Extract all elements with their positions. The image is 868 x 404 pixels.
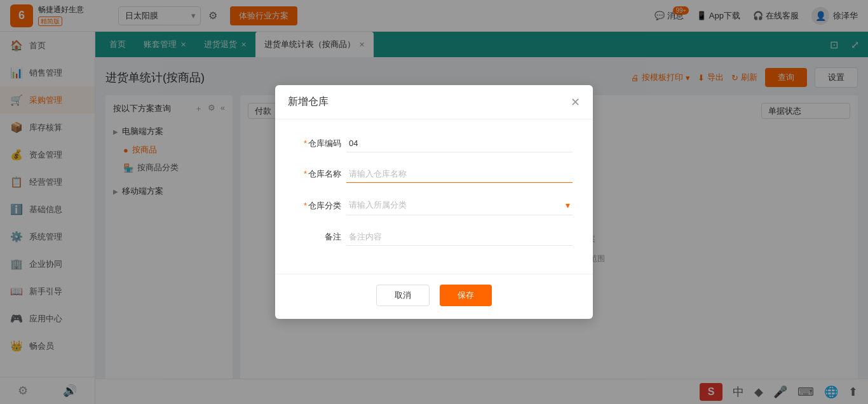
remark-input[interactable] [346, 228, 573, 246]
form-row-category: *仓库分类 请输入所属分类 ▾ [295, 196, 573, 215]
category-label: *仓库分类 [295, 200, 346, 212]
dialog-new-warehouse: 新增仓库 ✕ *仓库编码 *仓库名称 *仓库分类 [275, 85, 593, 319]
dialog-footer: 取消 保存 [275, 274, 593, 319]
name-input[interactable] [346, 165, 573, 183]
dialog-title: 新增仓库 [288, 95, 329, 109]
dialog-body: *仓库编码 *仓库名称 *仓库分类 请输入所属分类 ▾ [275, 119, 593, 274]
form-row-remark: 备注 [295, 228, 573, 246]
dialog-header: 新增仓库 ✕ [275, 85, 593, 119]
code-label: *仓库编码 [295, 138, 346, 149]
save-button[interactable]: 保存 [440, 285, 492, 306]
category-select[interactable]: 请输入所属分类 ▾ [346, 196, 573, 215]
code-input[interactable] [346, 135, 573, 152]
modal-overlay: 新增仓库 ✕ *仓库编码 *仓库名称 *仓库分类 [0, 0, 868, 404]
cancel-button[interactable]: 取消 [376, 285, 430, 306]
close-icon[interactable]: ✕ [571, 97, 580, 108]
form-row-name: *仓库名称 [295, 165, 573, 183]
remark-label: 备注 [295, 231, 346, 243]
form-row-code: *仓库编码 [295, 135, 573, 152]
name-label: *仓库名称 [295, 168, 346, 180]
category-dropdown-icon: ▾ [566, 200, 570, 210]
